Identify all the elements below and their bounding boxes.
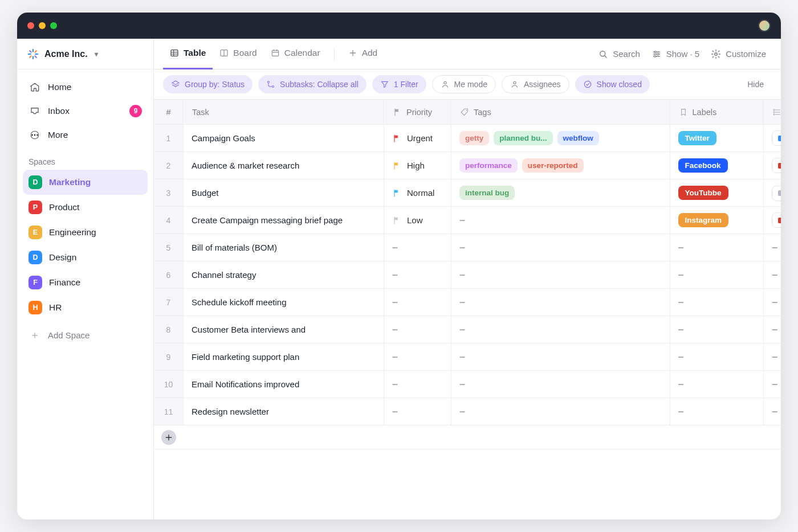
view-tab-calendar[interactable]: Calendar bbox=[264, 39, 327, 69]
col-number-header[interactable]: # bbox=[166, 108, 170, 117]
task-name[interactable]: Create Campaign messaging brief page bbox=[192, 215, 343, 225]
hide-button[interactable]: Hide bbox=[739, 75, 772, 93]
task-row[interactable]: 6 Channel strategy – – – – bbox=[154, 261, 781, 289]
user-avatar[interactable] bbox=[758, 19, 771, 32]
maximize-window-icon[interactable] bbox=[50, 22, 57, 29]
task-name[interactable]: Email Notifications improved bbox=[192, 379, 299, 389]
toolbar-sliders-button[interactable]: Show · 5 bbox=[646, 44, 705, 64]
toolbar-search-button[interactable]: Search bbox=[592, 44, 646, 64]
col-task-header[interactable]: Task bbox=[192, 108, 209, 117]
task-row[interactable]: 2 Audience & market research High perfor… bbox=[154, 152, 781, 179]
tags-cell[interactable]: performanceuser-reported bbox=[451, 152, 670, 179]
priority-cell[interactable]: – bbox=[384, 343, 451, 371]
task-row[interactable]: 4 Create Campaign messaging brief page L… bbox=[154, 207, 781, 234]
tags-cell[interactable]: gettyplanned bu...webflow bbox=[451, 125, 670, 152]
tags-cell[interactable]: – bbox=[451, 261, 670, 289]
labels-cell[interactable]: Instagram bbox=[670, 207, 764, 234]
space-item-finance[interactable]: F Finance bbox=[23, 270, 148, 295]
space-item-engineering[interactable]: E Engineering bbox=[23, 220, 148, 245]
labels-cell[interactable]: – bbox=[670, 234, 764, 261]
labels-cell[interactable]: – bbox=[670, 371, 764, 398]
subtask-chip[interactable]: Reminders for bbox=[772, 130, 781, 146]
tag-chip[interactable]: user-reported bbox=[522, 158, 584, 173]
task-name[interactable]: Field marketing support plan bbox=[192, 352, 299, 362]
sidebar-nav-inbox[interactable]: Inbox 9 bbox=[23, 99, 148, 123]
subtasks-cell[interactable]: Git v2+ bbox=[764, 179, 781, 207]
subtasks-cell[interactable]: Email Notificat bbox=[764, 152, 781, 179]
subtasks-pill[interactable]: Subtasks: Collapse all bbox=[258, 75, 367, 93]
labels-cell[interactable]: Twitter bbox=[670, 125, 764, 152]
col-labels-header[interactable]: Labels bbox=[693, 108, 717, 117]
labels-cell[interactable]: – bbox=[670, 398, 764, 425]
assignees-pill[interactable]: Assignees bbox=[502, 75, 569, 93]
tags-cell[interactable]: internal bug bbox=[451, 179, 670, 207]
subtasks-cell[interactable]: – bbox=[764, 234, 781, 261]
labels-cell[interactable]: – bbox=[670, 289, 764, 316]
priority-cell[interactable]: Low bbox=[384, 207, 451, 234]
toolbar-gear-button[interactable]: Customize bbox=[705, 44, 772, 64]
priority-cell[interactable]: – bbox=[384, 371, 451, 398]
tags-cell[interactable]: – bbox=[451, 343, 670, 371]
task-row[interactable]: 7 Schedule kickoff meeting – – – – bbox=[154, 289, 781, 316]
add-task-row[interactable] bbox=[154, 425, 781, 449]
me-mode-pill[interactable]: Me mode bbox=[432, 75, 496, 93]
add-space-button[interactable]: ＋ Add Space bbox=[23, 322, 148, 347]
subtasks-cell[interactable]: – bbox=[764, 371, 781, 398]
tags-cell[interactable]: – bbox=[451, 371, 670, 398]
sidebar-nav-home[interactable]: Home bbox=[23, 75, 148, 99]
label-chip[interactable]: YouTubbe bbox=[678, 186, 728, 200]
filter-pill[interactable]: 1 Filter bbox=[372, 75, 426, 93]
tags-cell[interactable]: – bbox=[451, 289, 670, 316]
subtasks-cell[interactable]: – bbox=[764, 343, 781, 371]
subtask-chip[interactable]: Email Notificat bbox=[772, 158, 781, 173]
priority-cell[interactable]: Normal bbox=[384, 179, 451, 207]
priority-cell[interactable]: High bbox=[384, 152, 451, 179]
show-closed-pill[interactable]: Show closed bbox=[575, 75, 650, 93]
sidebar-nav-more[interactable]: More bbox=[23, 123, 148, 147]
space-item-product[interactable]: P Product bbox=[23, 195, 148, 220]
task-row[interactable]: 9 Field marketing support plan – – – – bbox=[154, 343, 781, 371]
subtasks-cell[interactable]: – bbox=[764, 398, 781, 425]
task-row[interactable]: 11 Redesign newsletter – – – – bbox=[154, 398, 781, 425]
subtasks-cell[interactable]: – bbox=[764, 261, 781, 289]
workspace-switcher[interactable]: Acme Inc. ▾ bbox=[17, 39, 153, 69]
task-row[interactable]: 10 Email Notifications improved – – – – bbox=[154, 371, 781, 398]
close-window-icon[interactable] bbox=[27, 22, 34, 29]
space-item-marketing[interactable]: D Marketing bbox=[23, 170, 148, 195]
label-chip[interactable]: Facebook bbox=[678, 158, 728, 173]
task-name[interactable]: Redesign newsletter bbox=[192, 407, 269, 416]
labels-cell[interactable]: – bbox=[670, 316, 764, 343]
task-name[interactable]: Schedule kickoff meeting bbox=[192, 297, 287, 307]
add-view-button[interactable]: Add bbox=[341, 39, 385, 69]
table-scroll-area[interactable]: # Task Priority Tags Labels Subtasks 1 C… bbox=[154, 100, 781, 519]
labels-cell[interactable]: – bbox=[670, 343, 764, 371]
subtasks-cell[interactable]: Reminders for bbox=[764, 125, 781, 152]
space-item-design[interactable]: D Design bbox=[23, 245, 148, 270]
tags-cell[interactable]: – bbox=[451, 398, 670, 425]
minimize-window-icon[interactable] bbox=[39, 22, 46, 29]
labels-cell[interactable]: YouTubbe bbox=[670, 179, 764, 207]
subtasks-cell[interactable]: – bbox=[764, 316, 781, 343]
subtask-chip[interactable]: Redesign Chro bbox=[772, 212, 781, 228]
tags-cell[interactable]: – bbox=[451, 207, 670, 234]
subtask-chip[interactable]: Git v2 bbox=[772, 186, 781, 201]
tags-cell[interactable]: – bbox=[451, 234, 670, 261]
task-row[interactable]: 5 Bill of materials (BOM) – – – – bbox=[154, 234, 781, 261]
priority-cell[interactable]: – bbox=[384, 234, 451, 261]
priority-cell[interactable]: – bbox=[384, 316, 451, 343]
space-item-hr[interactable]: H HR bbox=[23, 295, 148, 320]
priority-cell[interactable]: – bbox=[384, 289, 451, 316]
subtasks-cell[interactable]: – bbox=[764, 289, 781, 316]
tag-chip[interactable]: performance bbox=[459, 158, 518, 173]
tag-chip[interactable]: webflow bbox=[557, 131, 599, 145]
subtasks-cell[interactable]: Redesign Chro bbox=[764, 207, 781, 234]
task-name[interactable]: Bill of materials (BOM) bbox=[192, 243, 277, 252]
tag-chip[interactable]: internal bug bbox=[459, 186, 515, 200]
col-tags-header[interactable]: Tags bbox=[474, 108, 491, 117]
add-task-button[interactable] bbox=[161, 430, 176, 445]
task-row[interactable]: 3 Budget Normal internal bug YouTubbe Gi… bbox=[154, 179, 781, 207]
labels-cell[interactable]: Facebook bbox=[670, 152, 764, 179]
task-name[interactable]: Campaign Goals bbox=[192, 133, 255, 143]
label-chip[interactable]: Twitter bbox=[678, 131, 716, 145]
view-tab-table[interactable]: Table bbox=[163, 39, 213, 69]
